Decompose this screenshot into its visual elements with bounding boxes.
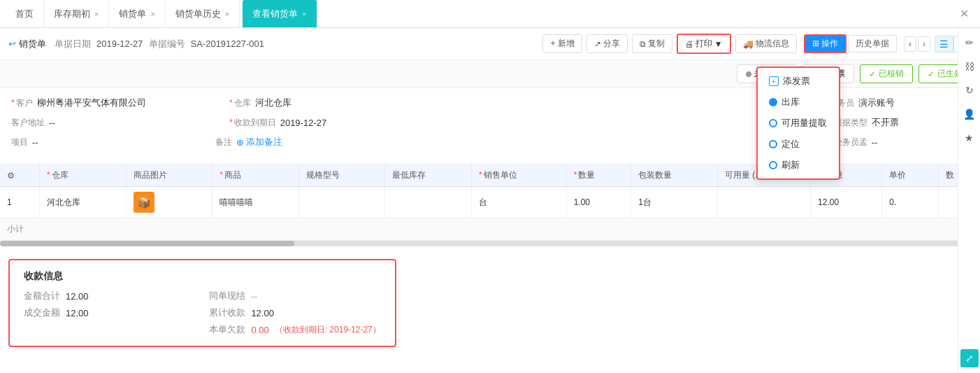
cell-current-qty: 12.00 xyxy=(811,187,882,218)
list-view-button[interactable]: ☰ xyxy=(935,36,953,52)
cell-unit-price: 0. xyxy=(882,187,939,218)
col-pack-qty: 包装数量 xyxy=(631,164,718,187)
dropdown-refresh[interactable]: 刷新 xyxy=(758,155,839,176)
dropdown-outbound[interactable]: 出库 xyxy=(758,92,839,113)
right-sidebar: ✏ ⛓ ↻ 👤 ★ ⤢ xyxy=(958,28,980,373)
total-amount-row: 金额合计 12.00 xyxy=(24,290,195,302)
empty-row xyxy=(24,323,195,336)
op-tabs: ⊞ 操作 历史单据 xyxy=(804,34,897,53)
star-sidebar-icon[interactable]: ★ xyxy=(960,129,979,147)
tab-sales-history[interactable]: 销货单历史 × xyxy=(166,0,240,27)
tab-sales-order[interactable]: 销货单 × xyxy=(109,0,165,27)
phone-dot-icon xyxy=(746,71,751,77)
same-order-row: 同单现结 -- xyxy=(209,290,380,302)
share-icon: ↗ xyxy=(594,39,601,49)
table-row: 1 河北仓库 📦 嘻嘻嘻嘻 台 1.00 1台 12.00 0. xyxy=(0,187,980,218)
cell-product: 嘻嘻嘻嘻 xyxy=(212,187,299,218)
next-button[interactable]: › xyxy=(918,36,930,52)
operation-tab[interactable]: ⊞ 操作 xyxy=(804,34,846,53)
col-unit-price: 单价 xyxy=(882,164,939,187)
receipt-info-title: 收款信息 xyxy=(24,270,381,283)
cell-spec xyxy=(298,187,385,218)
tab-close-history[interactable]: × xyxy=(225,10,229,18)
user-sidebar-icon[interactable]: 👤 xyxy=(960,105,979,123)
share-button[interactable]: ↗ 分享 xyxy=(586,34,628,53)
table-scrollbar[interactable] xyxy=(0,241,980,246)
close-all-tabs[interactable]: ✕ xyxy=(954,7,974,20)
confirmed-button[interactable]: ✓ 已核销 xyxy=(860,64,913,83)
available-qty-icon xyxy=(769,119,777,127)
cell-available xyxy=(717,187,810,218)
col-warehouse: 仓库 xyxy=(39,164,126,187)
check2-icon: ✓ xyxy=(928,69,935,79)
operations-dropdown: + 添发票 出库 可用量提取 定位 刷新 xyxy=(756,66,840,180)
project-field: 项目 -- xyxy=(11,136,151,148)
col-product-img: 商品图片 xyxy=(126,164,212,187)
scrollbar-thumb[interactable] xyxy=(0,241,294,246)
dropdown-available-qty[interactable]: 可用量提取 xyxy=(758,113,839,134)
transaction-amount-row: 成交金额 12.00 xyxy=(24,307,195,319)
staff-field: 业务员 演示账号 xyxy=(829,97,969,109)
new-button[interactable]: + 新增 xyxy=(542,34,582,53)
doc-header: ↩ 销货单 单据日期 2019-12-27 单据编号 SA-20191227-0… xyxy=(0,28,980,60)
check-icon: ✓ xyxy=(869,69,876,79)
add-remark-button[interactable]: ⊕ 添加备注 xyxy=(236,136,282,148)
cell-min-stock xyxy=(385,187,472,218)
dropdown-locate[interactable]: 定位 xyxy=(758,134,839,155)
plus-icon: ⊕ xyxy=(236,137,244,148)
col-settings: ⚙ xyxy=(0,164,39,187)
tab-view-sales[interactable]: 查看销货单 × xyxy=(243,0,317,27)
outbound-icon xyxy=(769,98,777,106)
due-date-field: 收款到期日 2019-12-27 xyxy=(229,117,439,129)
edit-sidebar-icon[interactable]: ✏ xyxy=(960,34,979,52)
refresh-icon xyxy=(769,161,777,169)
refresh-sidebar-icon[interactable]: ↻ xyxy=(960,81,979,99)
history-tab[interactable]: 历史单据 xyxy=(848,35,897,52)
copy-button[interactable]: ⧉ 复制 xyxy=(632,34,672,53)
logistics-button[interactable]: 🚚 物流信息 xyxy=(735,34,797,53)
cell-row-num: 1 xyxy=(0,187,39,218)
tab-home[interactable]: 首页 xyxy=(6,0,44,27)
sales-order-icon: ↩ xyxy=(8,38,16,49)
doc-meta: 单据日期 2019-12-27 单据编号 SA-20191227-001 xyxy=(55,38,264,50)
receipt-grid: 金额合计 12.00 同单现结 -- 成交金额 12.00 累计收款 12.00 xyxy=(24,290,381,336)
col-product: 商品 xyxy=(212,164,299,187)
customer-field: 客户 柳州粤港平安气体有限公司 xyxy=(11,97,221,109)
receipt-info: 收款信息 金额合计 12.00 同单现结 -- 成交金额 12.00 xyxy=(8,259,396,347)
grid-icon: ⊞ xyxy=(812,38,819,48)
cell-warehouse: 河北仓库 xyxy=(39,187,126,218)
prev-button[interactable]: ‹ xyxy=(904,36,916,52)
ticket-type-field: 票据类型 不开票 xyxy=(829,116,969,129)
current-owed-row: 本单欠款 0.00 （收款到期日: 2019-12-27） xyxy=(209,323,380,336)
cell-pack-qty: 1台 xyxy=(631,187,718,218)
tab-close-view-sales[interactable]: × xyxy=(302,10,306,18)
col-qty: 数量 xyxy=(566,164,631,187)
doc-toolbar: + 新增 ↗ 分享 ⧉ 复制 🖨 打印 ▼ 🚚 物流信息 xyxy=(542,34,972,54)
tab-bar: 首页 库存期初 × 销货单 × 销货单历史 × 查看销货单 × ✕ xyxy=(0,0,980,28)
tab-close-inventory[interactable]: × xyxy=(94,10,99,18)
print-button[interactable]: 🖨 打印 ▼ xyxy=(677,34,731,54)
warehouse-field: 仓库 河北仓库 xyxy=(229,97,439,109)
receipt-info-box: 收款信息 金额合计 12.00 同单现结 -- 成交金额 12.00 xyxy=(0,249,980,357)
tab-inventory-init[interactable]: 库存期初 × xyxy=(44,0,109,27)
cell-unit: 台 xyxy=(472,187,567,218)
col-spec: 规格型号 xyxy=(298,164,385,187)
product-thumbnail: 📦 xyxy=(134,192,154,213)
add-invoice-icon: + xyxy=(769,76,779,86)
copy-icon: ⧉ xyxy=(640,39,646,49)
dropdown-add-invoice[interactable]: + 添发票 xyxy=(758,71,839,92)
subtotal-label: 小计 xyxy=(0,218,980,241)
staff2-field: 业务员孟 -- xyxy=(829,136,969,148)
tab-close-sales[interactable]: × xyxy=(150,10,154,18)
nav-arrows: ‹ › xyxy=(904,36,930,52)
col-min-stock: 最低库存 xyxy=(385,164,472,187)
print-icon: 🖨 xyxy=(685,39,693,49)
expand-sidebar-icon[interactable]: ⤢ xyxy=(960,349,979,367)
subtotal-row: 小计 xyxy=(0,218,980,241)
locate-icon xyxy=(769,140,777,148)
truck-icon: 🚚 xyxy=(743,39,754,49)
col-unit: 销售单位 xyxy=(472,164,567,187)
link-sidebar-icon[interactable]: ⛓ xyxy=(960,57,979,76)
remark-field: 备注 ⊕ 添加备注 xyxy=(215,136,355,148)
doc-title: ↩ 销货单 xyxy=(8,38,46,50)
